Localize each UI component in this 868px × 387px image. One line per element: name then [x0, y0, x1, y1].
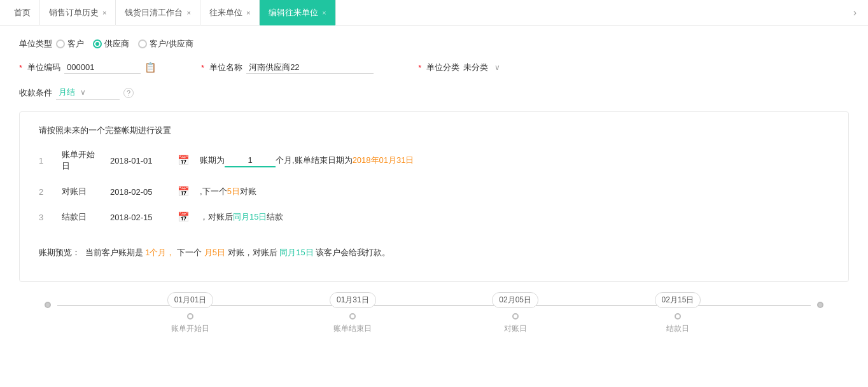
tab-cash-work[interactable]: 钱货日清工作台 × [116, 0, 200, 25]
timeline-point-4: 02月15日 结款日 [655, 292, 701, 334]
unit-category-value: 未分类 [463, 62, 488, 73]
period-date-3: 2018-02-15 [110, 213, 167, 222]
timeline-badge-3: 02月05日 [492, 292, 538, 308]
unit-category-select[interactable]: 未分类 ∨ [463, 62, 578, 73]
radio-customer[interactable]: 客户 [56, 38, 84, 50]
preview-part3-before: 对账，对账后 [228, 248, 277, 257]
period-desc-1-suffix: 个月,账单结束日期为 [276, 155, 353, 166]
period-row-3: 3 结款日 2018-02-15 📅 ，对账后 同月15日 结款 [39, 211, 829, 223]
period-desc-3-prefix: ，对账后 [200, 211, 233, 223]
period-desc-2: ,下一个 5日 对账 [200, 186, 256, 197]
unit-type-row: 单位类型 客户 供应商 客户/供应商 [19, 38, 849, 50]
timeline-dot-1 [187, 313, 193, 320]
period-month-input[interactable] [225, 154, 276, 167]
period-calendar-2[interactable]: 📅 [178, 186, 190, 197]
unit-name-field: * 单位名称 [201, 61, 374, 74]
payment-term-row: 收款条件 月结 ∨ ? [19, 85, 849, 100]
radio-supplier[interactable]: 供应商 [93, 38, 129, 50]
payment-term-field: 收款条件 月结 ∨ ? [19, 85, 134, 100]
period-box: 请按照未来的一个完整帐期进行设置 1 账单开始日 2018-01-01 📅 账期… [19, 111, 849, 282]
period-label-1: 账单开始日 [62, 149, 100, 172]
unit-type-field: 单位类型 客户 供应商 客户/供应商 [19, 38, 193, 50]
timeline-cap-dot-right [817, 302, 823, 308]
period-num-2: 2 [39, 187, 52, 197]
period-calendar-1[interactable]: 📅 [178, 155, 190, 166]
payment-term-value: 月结 [59, 87, 75, 98]
unit-code-label: 单位编码 [27, 62, 60, 73]
period-desc-2-suffix: 对账 [240, 186, 256, 197]
period-calendar-3[interactable]: 📅 [178, 211, 190, 223]
preview-part2-before: 下一个 [177, 248, 202, 257]
radio-group-unit-type: 客户 供应商 客户/供应商 [56, 38, 193, 50]
required-star-name: * [201, 63, 204, 73]
timeline-label-3: 对账日 [504, 323, 527, 334]
tab-partner-unit[interactable]: 往来单位 × [200, 0, 260, 25]
period-payment-day-highlight: 同月15日 [233, 211, 267, 223]
timeline-point-2: 01月31日 账单结束日 [330, 292, 376, 334]
preview-text-after: 该客户会给我打款。 [316, 248, 390, 257]
unit-name-input[interactable] [246, 61, 374, 74]
radio-label-supplier: 供应商 [104, 38, 129, 50]
timeline-point-1: 01月01日 账单开始日 [167, 292, 214, 334]
close-partner-unit[interactable]: × [246, 9, 250, 17]
unit-name-label: 单位名称 [209, 62, 242, 73]
radio-circle-customer [56, 39, 65, 48]
payment-term-label: 收款条件 [19, 87, 52, 99]
payment-term-select[interactable]: 月结 ∨ [56, 85, 120, 100]
unit-code-calendar-icon[interactable]: 📋 [144, 62, 157, 73]
timeline-dot-3 [512, 313, 519, 320]
timeline-cap-dot-left [45, 302, 51, 308]
unit-type-label: 单位类型 [19, 38, 52, 50]
preview-text-before: 当前客户账期是 [85, 248, 143, 257]
category-dropdown-arrow: ∨ [494, 63, 500, 72]
period-date-2: 2018-02-05 [110, 187, 167, 197]
tab-edit-partner[interactable]: 编辑往来单位 × [260, 0, 335, 25]
period-desc-3-suffix: 结款 [267, 211, 283, 223]
preview-part3: 同月15日 [279, 248, 313, 257]
tab-more-button[interactable]: › [847, 7, 863, 18]
timeline-label-4: 结款日 [666, 323, 689, 334]
radio-both[interactable]: 客户/供应商 [138, 38, 193, 50]
period-row-2: 2 对账日 2018-02-05 📅 ,下一个 5日 对账 [39, 186, 829, 197]
period-end-date-highlight: 2018年01月31日 [353, 155, 414, 166]
timeline-badge-4: 02月15日 [655, 292, 701, 308]
period-num-1: 1 [39, 156, 52, 165]
tab-sales-history[interactable]: 销售订单历史 × [40, 0, 116, 25]
radio-circle-both [138, 39, 147, 48]
preview-section: 账期预览： 当前客户账期是 1个月， 下一个 月5日 对账，对账后 同月15日 … [39, 237, 829, 269]
tab-home[interactable]: 首页 [5, 0, 40, 25]
timeline-container: 01月01日 账单开始日 01月31日 账单结束日 02月05日 对账日 02月… [19, 292, 849, 334]
unit-code-input[interactable] [64, 61, 141, 74]
preview-part2: 月5日 [204, 248, 225, 257]
required-star-category: * [418, 63, 421, 73]
help-icon-payment[interactable]: ? [123, 88, 134, 98]
timeline-end-cap [817, 302, 823, 308]
required-star-code: * [19, 63, 22, 73]
close-cash-work[interactable]: × [186, 9, 190, 17]
unit-info-row: * 单位编码 📋 * 单位名称 * 单位分类 未分类 ∨ [19, 61, 849, 74]
unit-category-label: 单位分类 [426, 62, 459, 73]
payment-term-dropdown-arrow: ∨ [80, 88, 86, 97]
timeline-badge-1: 01月01日 [167, 292, 214, 308]
timeline-points-row: 01月01日 账单开始日 01月31日 账单结束日 02月05日 对账日 02月… [45, 292, 823, 334]
unit-code-field: * 单位编码 📋 [19, 61, 157, 74]
period-date-1: 2018-01-01 [110, 156, 167, 165]
preview-part1: 1个月， [145, 248, 174, 257]
timeline-dot-4 [675, 313, 681, 320]
period-num-3: 3 [39, 213, 52, 222]
timeline-start-cap [45, 302, 51, 308]
period-desc-3: ，对账后 同月15日 结款 [200, 211, 283, 223]
close-sales-history[interactable]: × [102, 9, 106, 17]
radio-label-both: 客户/供应商 [150, 38, 193, 50]
radio-circle-supplier [93, 39, 102, 48]
period-reconcile-day-highlight: 5日 [227, 186, 240, 197]
close-edit-partner[interactable]: × [322, 9, 326, 17]
tab-bar: 首页 销售订单历史 × 钱货日清工作台 × 往来单位 × 编辑往来单位 × › [0, 0, 868, 25]
period-desc-1: 账期为 个月,账单结束日期为 2018年01月31日 [200, 154, 414, 167]
period-box-title: 请按照未来的一个完整帐期进行设置 [39, 125, 829, 136]
period-label-3: 结款日 [62, 211, 100, 223]
period-desc-2-prefix: ,下一个 [200, 186, 227, 197]
main-content: 单位类型 客户 供应商 客户/供应商 [0, 25, 868, 387]
radio-label-customer: 客户 [67, 38, 84, 50]
preview-label: 账期预览： [39, 248, 80, 257]
